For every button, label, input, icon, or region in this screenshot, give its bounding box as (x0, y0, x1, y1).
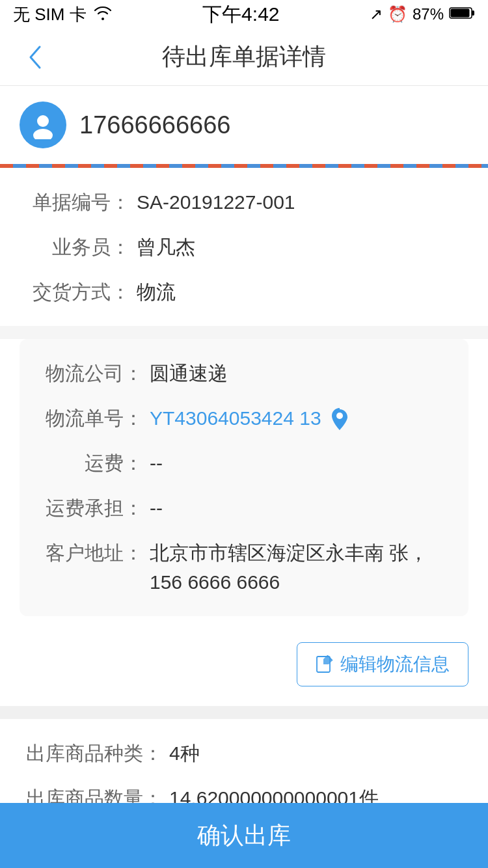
svg-point-4 (33, 129, 53, 139)
doc-number-value: SA-20191227-001 (137, 187, 462, 217)
confirm-bar[interactable]: 确认出库 (0, 803, 488, 868)
address-row: 客户地址： 北京市市辖区海淀区永丰南 张，156 6666 6666 (39, 538, 449, 597)
delivery-method-label: 交货方式： (26, 277, 130, 306)
status-time: 下午4:42 (202, 1, 279, 28)
salesperson-row: 业务员： 曾凡杰 (26, 232, 462, 262)
address-value: 北京市市辖区海淀区永丰南 张，156 6666 6666 (150, 538, 449, 597)
tracking-value: YT43064053424 13 (150, 403, 449, 433)
product-type-value: 4种 (169, 739, 462, 768)
freight-bearer-value: -- (150, 493, 449, 522)
svg-rect-2 (450, 9, 469, 18)
carrier-text: 无 SIM 卡 (13, 3, 87, 26)
back-button[interactable] (20, 41, 52, 74)
logistics-company-value: 圆通速递 (150, 359, 449, 388)
location-icon: ↗ (370, 5, 383, 23)
main-content: 17666666666 单据编号： SA-20191227-001 业务员： 曾… (0, 86, 488, 868)
product-type-label: 出库商品种类： (26, 739, 163, 768)
tracking-label: 物流单号： (39, 403, 143, 433)
svg-rect-1 (472, 10, 474, 16)
user-phone: 17666666666 (79, 111, 230, 139)
gray-divider-1 (0, 706, 488, 719)
delivery-method-row: 交货方式： 物流 (26, 277, 462, 306)
salesperson-value: 曾凡杰 (137, 232, 462, 262)
address-label: 客户地址： (39, 538, 143, 567)
edit-logistics-section: 编辑物流信息 (0, 629, 488, 706)
svg-point-5 (336, 413, 343, 419)
freight-bearer-label: 运费承担： (39, 493, 143, 522)
user-avatar (20, 102, 66, 148)
confirm-button-label: 确认出库 (197, 820, 291, 852)
battery-text: 87% (413, 5, 444, 23)
status-bar: 无 SIM 卡 下午4:42 ↗ ⏰ 87% (0, 0, 488, 29)
logistics-company-label: 物流公司： (39, 359, 143, 388)
location-pin-icon[interactable] (329, 408, 350, 429)
doc-number-row: 单据编号： SA-20191227-001 (26, 187, 462, 217)
salesperson-label: 业务员： (26, 232, 130, 262)
page-title: 待出库单据详情 (52, 41, 436, 73)
edit-logistics-label: 编辑物流信息 (340, 652, 450, 677)
logistics-card: 物流公司： 圆通速递 物流单号： YT43064053424 13 运费： (20, 339, 468, 616)
user-header: 17666666666 (0, 86, 488, 164)
svg-point-3 (37, 115, 49, 127)
product-type-row: 出库商品种类： 4种 (26, 739, 462, 768)
freight-label: 运费： (39, 448, 143, 478)
freight-value: -- (150, 448, 449, 478)
battery-icon (449, 5, 475, 23)
edit-logistics-button[interactable]: 编辑物流信息 (297, 642, 468, 686)
delivery-method-value: 物流 (137, 277, 462, 306)
tracking-row: 物流单号： YT43064053424 13 (39, 403, 449, 433)
wifi-icon (93, 5, 113, 25)
order-basic-info: 单据编号： SA-20191227-001 业务员： 曾凡杰 交货方式： 物流 (0, 168, 488, 326)
clock-icon: ⏰ (388, 5, 407, 23)
freight-row: 运费： -- (39, 448, 449, 478)
freight-bearer-row: 运费承担： -- (39, 493, 449, 522)
status-right: ↗ ⏰ 87% (370, 5, 475, 23)
status-left: 无 SIM 卡 (13, 3, 113, 26)
doc-number-label: 单据编号： (26, 187, 130, 217)
nav-bar: 待出库单据详情 (0, 29, 488, 86)
logistics-company-row: 物流公司： 圆通速递 (39, 359, 449, 388)
